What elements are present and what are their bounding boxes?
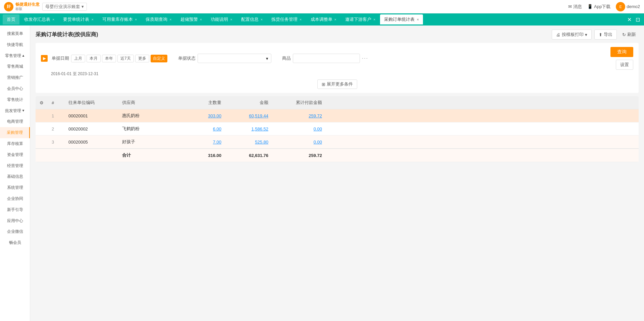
user-area[interactable]: E demo2 (616, 2, 640, 11)
nav-tabs: 首页 收发存汇总表 × 要货单统计表 × 可用量库存账本 × 保质期查询 × 超… (0, 13, 644, 25)
refresh-button[interactable]: ↻ 刷新 (620, 30, 639, 39)
sidebar-item-enterprise-collab[interactable]: 企业协同 (0, 193, 30, 204)
sidebar-item-wholesale-mgmt[interactable]: 批发管理 ▼ (0, 105, 30, 116)
tab-cost-adjust[interactable]: 成本调整单 × (307, 14, 340, 24)
table-header-row: ⚙ # 往来单位编码 供应商 主数量 金额 累计付款金额 (36, 96, 639, 109)
toggle-filter-btn[interactable]: ▶ (41, 55, 48, 62)
chevron-down-icon: ▾ (82, 4, 84, 9)
tab-order-stats[interactable]: 要货单统计表 × (59, 14, 97, 24)
sidebar-item-basic-info[interactable]: 基础信息 (0, 171, 30, 182)
date-btn-more[interactable]: 更多 (135, 55, 149, 62)
sidebar-item-member[interactable]: 畅会员 (0, 237, 30, 248)
page-title: 采购订单统计表(按供应商) (36, 31, 98, 38)
close-icon[interactable]: × (169, 17, 171, 21)
nav-expand-btn[interactable]: ⊡ (634, 16, 641, 23)
layout: 搜索英单 快捷导航 零售管理 ▲ 零售商城 营销推广 会员中心 零售统计 批发管… (0, 25, 644, 321)
date-btn-last-month[interactable]: 上月 (71, 55, 85, 62)
date-range-display: 2016-01-01 至 2023-12-31 (51, 71, 633, 77)
refresh-icon: ↻ (622, 32, 626, 37)
logo-icon: 好 (4, 2, 13, 11)
sidebar-item-marketing[interactable]: 营销推广 (0, 72, 30, 83)
footer-amount: 62,631.76 (225, 149, 272, 162)
main-content: 采购订单统计表(按供应商) 🖨 按模板打印 ▾ ⬆ 导出 ↻ 刷新 (30, 25, 644, 321)
sidebar-item-member-center[interactable]: 会员中心 (0, 83, 30, 94)
message-btn[interactable]: ✉ 消息 (568, 4, 582, 10)
close-icon[interactable]: × (417, 17, 419, 21)
sidebar-item-ecommerce[interactable]: 电商管理 (0, 116, 30, 127)
close-icon[interactable]: × (135, 17, 137, 21)
print-button[interactable]: 🖨 按模板打印 ▾ (552, 30, 592, 40)
tab-config-info[interactable]: 配置信息 × (237, 14, 267, 24)
date-btn-this-month[interactable]: 本月 (87, 55, 101, 62)
chevron-down-icon: ▲ (22, 53, 25, 58)
table-footer: 合计 316.00 62,631.76 259.72 (36, 149, 639, 162)
app-download-btn[interactable]: 📱 App下载 (587, 4, 610, 10)
sidebar-item-ops-mgmt[interactable]: 经营管理 (0, 160, 30, 171)
tab-home[interactable]: 首页 (3, 14, 19, 24)
top-bar-left: 好 畅捷通好生意 标版 母婴行业演示账套 ▾ (4, 2, 87, 11)
tab-function-desc[interactable]: 功能说明 × (207, 14, 236, 24)
tab-receive-send[interactable]: 收发存汇总表 × (20, 14, 58, 24)
query-button[interactable]: 查询 (610, 47, 633, 57)
tab-available-stock[interactable]: 可用量库存账本 × (98, 14, 141, 24)
table-body: 1 00020001 惠氏奶粉 303.00 60,519.44 259.72 … (36, 109, 639, 149)
table-row[interactable]: 1 00020001 惠氏奶粉 303.00 60,519.44 259.72 (36, 109, 639, 122)
footer-paid-amount: 259.72 (272, 149, 326, 162)
sidebar-item-enterprise-wechat[interactable]: 企业微信 (0, 226, 30, 237)
status-select[interactable]: ▾ (198, 54, 271, 63)
table-row[interactable]: 2 00020002 飞鹤奶粉 6.00 1,586.52 0.00 (36, 122, 639, 136)
close-icon[interactable]: × (373, 17, 375, 21)
sidebar-item-finance[interactable]: 资金管理 (0, 149, 30, 160)
print-icon: 🖨 (556, 32, 560, 37)
chevron-down-icon: ▾ (585, 32, 587, 37)
sidebar-item-new-guide[interactable]: 新手引导 (0, 204, 30, 215)
sidebar: 搜索英单 快捷导航 零售管理 ▲ 零售商城 营销推广 会员中心 零售统计 批发管… (0, 25, 30, 321)
footer-main-qty: 316.00 (185, 149, 225, 162)
tab-warranty-query[interactable]: 保质期查询 × (142, 14, 175, 24)
data-table: ⚙ # 往来单位编码 供应商 主数量 金额 累计付款金额 1 00020001 … (36, 96, 639, 162)
tab-purchase-stats[interactable]: 采购订单统计表 × (380, 14, 423, 24)
expand-more-row: ⊞ 展开更多条件 (41, 79, 633, 89)
sidebar-item-retail-store[interactable]: 零售商城 (0, 61, 30, 72)
sidebar-item-system-mgmt[interactable]: 系统管理 (0, 182, 30, 193)
tab-invite-customer[interactable]: 邀请下游客户 × (341, 14, 379, 24)
sidebar-item-retail-mgmt[interactable]: 零售管理 ▲ (0, 50, 30, 61)
nav-close-btn[interactable]: ✕ (626, 16, 633, 23)
filter-date-item: 单据日期 上月 本月 本年 近7天 更多 自定义 (52, 55, 167, 62)
sidebar-item-inventory-check[interactable]: 库存核算 (0, 138, 30, 149)
expand-more-button[interactable]: ⊞ 展开更多条件 (317, 79, 357, 89)
date-btn-custom[interactable]: 自定义 (151, 55, 167, 62)
col-extra-header (326, 96, 639, 109)
top-bar-right: ✉ 消息 📱 App下载 E demo2 (568, 2, 640, 11)
sidebar-item-search[interactable]: 搜索英单 (0, 28, 30, 39)
export-icon: ⬆ (599, 32, 602, 37)
close-icon[interactable]: × (300, 17, 302, 21)
close-icon[interactable]: × (91, 17, 93, 21)
message-icon: ✉ (568, 4, 572, 9)
sidebar-item-app-center[interactable]: 应用中心 (0, 215, 30, 226)
page-actions: 🖨 按模板打印 ▾ ⬆ 导出 ↻ 刷新 (552, 30, 639, 40)
goods-input[interactable] (293, 54, 360, 63)
avatar: E (616, 2, 625, 11)
settings-button[interactable]: 设置 (616, 60, 633, 70)
date-btn-this-year[interactable]: 本年 (102, 55, 116, 62)
tab-pick-task[interactable]: 拣货任务管理 × (267, 14, 306, 24)
close-icon[interactable]: × (230, 17, 232, 21)
close-icon[interactable]: × (261, 17, 263, 21)
close-icon[interactable]: × (334, 17, 336, 21)
sidebar-item-quick-nav[interactable]: 快捷导航 (0, 39, 30, 50)
close-icon[interactable]: × (52, 17, 54, 21)
goods-more-icon[interactable]: ··· (362, 55, 368, 61)
col-amount-header: 金额 (225, 96, 272, 109)
sidebar-item-retail-stats[interactable]: 零售统计 (0, 94, 30, 105)
expand-icon: ⊞ (322, 82, 325, 87)
tab-overstock-warning[interactable]: 超储预警 × (176, 14, 206, 24)
sidebar-item-purchase-mgmt[interactable]: 采购管理 (0, 127, 30, 138)
settings-icon[interactable]: ⚙ (40, 100, 44, 105)
export-button[interactable]: ⬆ 导出 (594, 30, 617, 40)
table-row[interactable]: 3 00020005 好孩子 7.00 525.80 0.00 (36, 136, 639, 149)
close-icon[interactable]: × (200, 17, 202, 21)
col-supplier-header: 供应商 (118, 96, 185, 109)
date-btn-7days[interactable]: 近7天 (117, 55, 134, 62)
workspace-selector[interactable]: 母婴行业演示账套 ▾ (42, 3, 87, 11)
